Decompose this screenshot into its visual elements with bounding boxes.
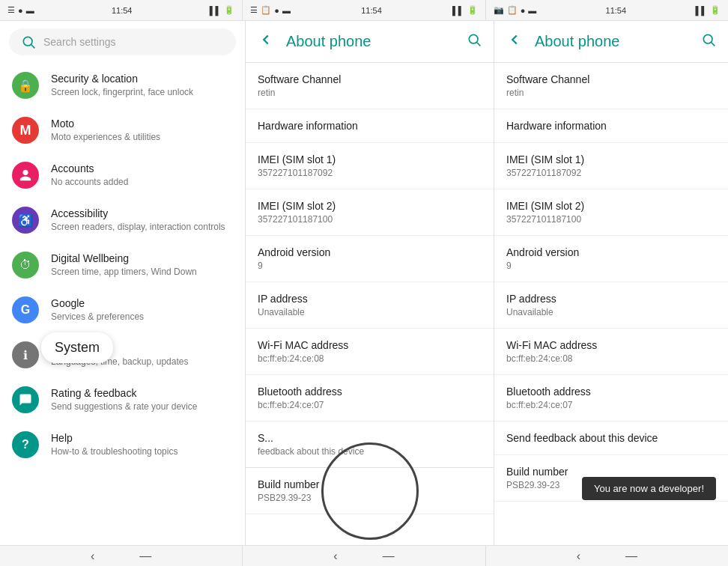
right-hw-info[interactable]: Hardware information: [494, 109, 728, 143]
right-bluetooth[interactable]: Bluetooth address bc:ff:eb:24:ce:07: [494, 375, 728, 422]
accounts-sub: No accounts added: [51, 177, 233, 189]
nav-back-left[interactable]: ‹: [91, 550, 94, 563]
right-back-button[interactable]: [506, 31, 523, 52]
middle-build-sub: PSB29.39-23: [258, 493, 482, 503]
middle-bt-sub: bc:ff:eb:24:ce:07: [258, 400, 482, 410]
accessibility-text: Accessibility Screen readers, display, i…: [51, 207, 233, 234]
icon-dot2: ●: [521, 6, 526, 15]
accessibility-sub: Screen readers, display, interaction con…: [51, 222, 233, 234]
middle-imei2-sub: 357227101187100: [258, 214, 482, 225]
accounts-text: Accounts No accounts added: [51, 162, 233, 189]
middle-hw-info[interactable]: Hardware information: [246, 109, 494, 143]
middle-panel-header: About phone: [246, 21, 494, 63]
right-sw-channel[interactable]: Software Channel retin: [494, 63, 728, 109]
signal-icon-2: ▌▌: [452, 6, 464, 15]
settings-item-google[interactable]: G Google Services & preferences: [0, 287, 245, 332]
right-bt-title: Bluetooth address: [506, 386, 716, 398]
settings-item-accessibility[interactable]: ♿ Accessibility Screen readers, display,…: [0, 198, 245, 243]
middle-imei1-title: IMEI (SIM slot 1): [258, 153, 482, 165]
right-imei2[interactable]: IMEI (SIM slot 2) 357227101187100: [494, 189, 728, 236]
middle-imei2[interactable]: IMEI (SIM slot 2) 357227101187100: [246, 189, 494, 236]
middle-wifi-sub: bc:ff:eb:24:ce:08: [258, 353, 482, 364]
icon-shield: ●: [18, 6, 23, 15]
middle-hw-info-title: Hardware information: [258, 120, 482, 132]
settings-item-wellbeing[interactable]: ⏱ Digital Wellbeing Screen time, app tim…: [0, 243, 245, 287]
status-section-left: ☰ ● ▬ 11:54 ▌▌ 🔋: [0, 0, 242, 20]
wellbeing-text: Digital Wellbeing Screen time, app timer…: [51, 252, 233, 279]
right-hw-info-title: Hardware information: [506, 120, 716, 132]
middle-build-number[interactable]: Build number PSB29.39-23: [246, 468, 494, 514]
search-bar[interactable]: Search settings: [9, 28, 236, 55]
status-icons-mid-left: ☰ 📋 ● ▬: [250, 5, 291, 15]
icon-clip: 📋: [261, 5, 271, 15]
settings-item-moto[interactable]: M Moto Moto experiences & utilities: [0, 108, 245, 153]
middle-android-version[interactable]: Android version 9: [246, 236, 494, 282]
right-search-icon[interactable]: [701, 32, 716, 51]
status-time-2: 11:54: [361, 6, 382, 15]
settings-list: 🔒 Security & location Screen lock, finge…: [0, 63, 245, 545]
right-ip-address[interactable]: IP address Unavailable: [494, 282, 728, 329]
settings-item-accounts[interactable]: Accounts No accounts added: [0, 153, 245, 198]
search-icon: [21, 34, 36, 49]
icon-msg2: ▬: [282, 6, 291, 15]
nav-back-mid[interactable]: ‹: [333, 550, 337, 563]
google-icon: G: [12, 296, 39, 323]
middle-wifi-title: Wi-Fi MAC address: [258, 339, 482, 351]
right-sw-channel-sub: retin: [506, 88, 716, 98]
right-sw-channel-title: Software Channel: [506, 73, 716, 85]
svg-line-5: [712, 43, 715, 46]
right-android-version[interactable]: Android version 9: [494, 236, 728, 282]
middle-back-button[interactable]: [258, 31, 274, 52]
settings-item-security[interactable]: 🔒 Security & location Screen lock, finge…: [0, 63, 245, 108]
status-icons-right-2: ▌▌ 🔋: [452, 5, 478, 15]
battery-icon-1: 🔋: [224, 5, 234, 15]
status-icons-right-3: ▌▌ 🔋: [695, 5, 721, 15]
wellbeing-sub: Screen time, app timers, Wind Down: [51, 267, 233, 279]
middle-sw-channel[interactable]: Software Channel retin: [246, 63, 494, 109]
nav-back-right[interactable]: ‹: [577, 550, 580, 563]
help-sub: How-to & troubleshooting topics: [51, 446, 233, 458]
middle-search-icon[interactable]: [467, 32, 482, 51]
middle-feedback[interactable]: S... feedback about this device: [246, 422, 494, 468]
middle-sw-channel-title: Software Channel: [258, 73, 482, 85]
svg-line-1: [31, 45, 35, 49]
right-imei2-title: IMEI (SIM slot 2): [506, 200, 716, 212]
nav-home-right[interactable]: —: [625, 550, 637, 563]
moto-title: Moto: [51, 117, 233, 130]
moto-text: Moto Moto experiences & utilities: [51, 117, 233, 144]
middle-imei1[interactable]: IMEI (SIM slot 1) 357227101187092: [246, 143, 494, 189]
middle-android-title: Android version: [258, 246, 482, 258]
google-sub: Services & preferences: [51, 311, 233, 323]
right-imei1-sub: 357227101187092: [506, 168, 716, 178]
accounts-title: Accounts: [51, 162, 233, 175]
main-container: Search settings 🔒 Security & location Sc…: [0, 21, 728, 545]
settings-item-rating[interactable]: Rating & feedback Send suggestions & rat…: [0, 377, 245, 422]
middle-wifi-mac[interactable]: Wi-Fi MAC address bc:ff:eb:24:ce:08: [246, 329, 494, 375]
accessibility-title: Accessibility: [51, 207, 233, 220]
nav-home-mid[interactable]: —: [383, 550, 395, 563]
settings-item-system[interactable]: ℹ System Languages, time, backup, update…: [0, 332, 245, 377]
middle-about-list: Software Channel retin Hardware informat…: [246, 63, 494, 545]
right-imei1[interactable]: IMEI (SIM slot 1) 357227101187092: [494, 143, 728, 189]
middle-ip-address[interactable]: IP address Unavailable: [246, 282, 494, 329]
rating-sub: Send suggestions & rate your device: [51, 401, 233, 413]
developer-toast: You are now a developer!: [582, 477, 716, 500]
help-icon: ?: [12, 431, 39, 458]
middle-imei1-sub: 357227101187092: [258, 168, 482, 178]
icon-clip2: 📋: [507, 5, 518, 15]
right-wifi-mac[interactable]: Wi-Fi MAC address bc:ff:eb:24:ce:08: [494, 329, 728, 375]
nav-home-left[interactable]: —: [139, 550, 151, 563]
help-title: Help: [51, 431, 233, 445]
system-icon: ℹ: [12, 341, 39, 368]
status-section-right: 📷 📋 ● ▬ 11:54 ▌▌ 🔋: [485, 0, 728, 20]
middle-bluetooth[interactable]: Bluetooth address bc:ff:eb:24:ce:07: [246, 375, 494, 422]
settings-item-help[interactable]: ? Help How-to & troubleshooting topics: [0, 422, 245, 467]
moto-sub: Moto experiences & utilities: [51, 132, 233, 144]
icon-cam: ☰: [250, 5, 258, 15]
svg-point-4: [703, 34, 712, 43]
right-feedback[interactable]: Send feedback about this device: [494, 422, 728, 455]
middle-imei2-title: IMEI (SIM slot 2): [258, 200, 482, 212]
right-wifi-title: Wi-Fi MAC address: [506, 339, 716, 351]
wellbeing-title: Digital Wellbeing: [51, 252, 233, 265]
middle-android-sub: 9: [258, 261, 482, 271]
